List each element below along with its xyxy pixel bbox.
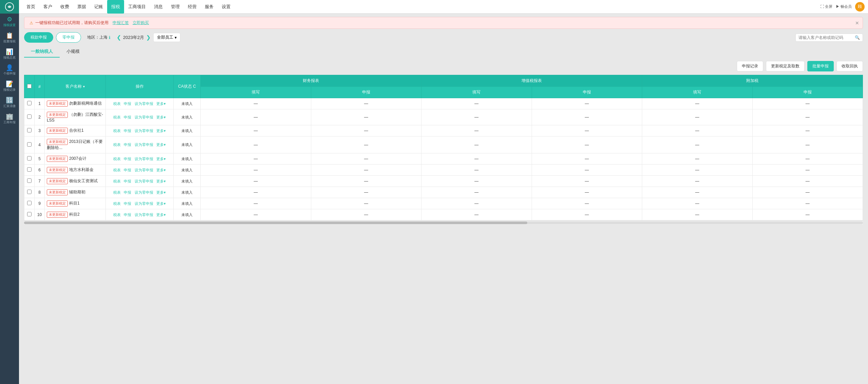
op-more-6[interactable]: 更多▾ xyxy=(156,179,166,183)
op-more-5[interactable]: 更多▾ xyxy=(156,168,166,172)
row-checkbox-6[interactable] xyxy=(24,176,35,187)
nav-service[interactable]: 服务 xyxy=(201,0,218,14)
nav-client[interactable]: 客户 xyxy=(39,0,56,14)
fullscreen-button[interactable]: ⛶ 全屏 xyxy=(820,4,832,9)
op-declare-6[interactable]: 申报 xyxy=(124,179,131,183)
date-prev-button[interactable]: ❮ xyxy=(117,34,121,41)
row-checkbox-4[interactable] xyxy=(24,153,35,165)
op-tax-table-6[interactable]: 税表 xyxy=(113,179,121,183)
row-select-3[interactable] xyxy=(27,142,32,147)
declare-records-button[interactable]: 申报记录 xyxy=(737,61,763,71)
op-more-7[interactable]: 更多▾ xyxy=(156,190,166,194)
nav-invoice[interactable]: 票据 xyxy=(73,0,90,14)
op-zero-declare-9[interactable]: 设为零申报 xyxy=(135,213,153,217)
op-zero-declare-8[interactable]: 设为零申报 xyxy=(135,201,153,206)
op-declare-3[interactable]: 申报 xyxy=(124,143,131,147)
tab-general-taxpayer[interactable]: 一般纳税人 xyxy=(24,46,60,58)
row-checkbox-9[interactable] xyxy=(24,209,35,220)
nav-operations[interactable]: 经营 xyxy=(184,0,201,14)
row-checkbox-3[interactable] xyxy=(24,136,35,153)
op-more-9[interactable]: 更多▾ xyxy=(156,213,166,217)
op-tax-table-8[interactable]: 税表 xyxy=(113,201,121,206)
op-zero-declare-6[interactable]: 设为零申报 xyxy=(135,179,153,183)
tab-zero-declare[interactable]: 零申报 xyxy=(56,32,81,43)
nav-tax[interactable]: 报税 xyxy=(107,0,124,14)
row-select-2[interactable] xyxy=(27,128,32,132)
op-declare-2[interactable]: 申报 xyxy=(124,129,131,133)
op-declare-7[interactable]: 申报 xyxy=(124,190,131,194)
op-tax-table-3[interactable]: 税表 xyxy=(113,143,121,147)
row-select-0[interactable] xyxy=(27,101,32,105)
nav-home[interactable]: 首页 xyxy=(22,0,39,14)
op-tax-table-9[interactable]: 税表 xyxy=(113,213,121,217)
row-checkbox-1[interactable] xyxy=(24,109,35,125)
op-more-4[interactable]: 更多▾ xyxy=(156,157,166,161)
op-zero-declare-1[interactable]: 设为零申报 xyxy=(135,115,153,119)
row-checkbox-0[interactable] xyxy=(24,98,35,109)
row-select-1[interactable] xyxy=(27,114,32,119)
op-more-8[interactable]: 更多▾ xyxy=(156,201,166,206)
row-checkbox-8[interactable] xyxy=(24,198,35,209)
row-select-9[interactable] xyxy=(27,212,32,216)
op-zero-declare-3[interactable]: 设为零申报 xyxy=(135,143,153,147)
op-more-3[interactable]: 更多▾ xyxy=(156,143,166,147)
nav-biz-project[interactable]: 工商项目 xyxy=(124,0,150,14)
date-next-button[interactable]: ❯ xyxy=(146,34,151,41)
sidebar-item-biz-annual[interactable]: 🏢 工商年报 xyxy=(0,111,19,127)
row-select-4[interactable] xyxy=(27,156,32,161)
search-input[interactable] xyxy=(798,35,853,40)
sidebar-item-tax-overview[interactable]: 📊 报税总览 xyxy=(0,46,19,62)
row-select-5[interactable] xyxy=(27,167,32,172)
row-select-6[interactable] xyxy=(27,178,32,183)
op-tax-table-0[interactable]: 税表 xyxy=(113,102,121,106)
row-checkbox-5[interactable] xyxy=(24,165,35,176)
batch-declare-button[interactable]: 批量申报 xyxy=(807,61,834,71)
row-select-8[interactable] xyxy=(27,201,32,205)
nav-messages[interactable]: 消息 xyxy=(150,0,167,14)
op-more-2[interactable]: 更多▾ xyxy=(156,129,166,133)
op-declare-8[interactable]: 申报 xyxy=(124,201,131,206)
tab-small-scale[interactable]: 小规模 xyxy=(60,46,86,58)
op-declare-0[interactable]: 申报 xyxy=(124,102,131,106)
nav-billing[interactable]: 收费 xyxy=(56,0,73,14)
op-more-1[interactable]: 更多▾ xyxy=(156,115,166,119)
sidebar-item-tax-records[interactable]: 📝 报税记录 xyxy=(0,78,19,94)
sidebar-item-tax-settings[interactable]: ⚙ 报税设置 xyxy=(0,14,19,30)
select-all-checkbox[interactable] xyxy=(27,84,32,88)
op-declare-5[interactable]: 申报 xyxy=(124,168,131,172)
nav-accounting[interactable]: 记账 xyxy=(90,0,107,14)
op-zero-declare-2[interactable]: 设为零申报 xyxy=(135,129,153,133)
op-zero-declare-7[interactable]: 设为零申报 xyxy=(135,190,153,194)
nav-settings[interactable]: 设置 xyxy=(218,0,235,14)
op-tax-table-4[interactable]: 税表 xyxy=(113,157,121,161)
region-info-icon[interactable]: ℹ xyxy=(109,35,111,40)
op-more-0[interactable]: 更多▾ xyxy=(156,102,166,106)
update-tax-data-button[interactable]: 更新税定及取数 xyxy=(766,61,805,71)
op-declare-4[interactable]: 申报 xyxy=(124,157,131,161)
op-declare-9[interactable]: 申报 xyxy=(124,213,131,217)
sidebar-item-batch-tax[interactable]: 📋 批量报税 xyxy=(0,30,19,46)
op-tax-table-7[interactable]: 税表 xyxy=(113,190,121,194)
op-declare-1[interactable]: 申报 xyxy=(124,115,131,119)
member-button[interactable]: ▶ 畅会员 xyxy=(836,4,852,9)
op-tax-table-5[interactable]: 税表 xyxy=(113,168,121,172)
nav-manage[interactable]: 管理 xyxy=(167,0,184,14)
op-zero-declare-0[interactable]: 设为零申报 xyxy=(135,102,153,106)
tab-tax-declare[interactable]: 税款申报 xyxy=(24,32,53,43)
row-checkbox-2[interactable] xyxy=(24,125,35,136)
sidebar-item-calc-clear[interactable]: 🔢 汇算清缴 xyxy=(0,94,19,111)
op-zero-declare-4[interactable]: 设为零申报 xyxy=(135,157,153,161)
op-tax-table-2[interactable]: 税表 xyxy=(113,129,121,133)
th-select-all[interactable] xyxy=(24,75,35,98)
row-checkbox-7[interactable] xyxy=(24,187,35,198)
horizontal-scrollbar[interactable] xyxy=(24,220,863,225)
sidebar-item-personal-tax[interactable]: 👤 个税申报 xyxy=(0,62,19,78)
notice-link-declare[interactable]: 申报汇签 xyxy=(113,20,129,25)
notice-close-button[interactable]: ✕ xyxy=(855,20,859,26)
collect-receipt-button[interactable]: 收取回执 xyxy=(836,61,863,71)
op-zero-declare-5[interactable]: 设为零申报 xyxy=(135,168,153,172)
op-tax-table-1[interactable]: 税表 xyxy=(113,115,121,119)
staff-selector[interactable]: 全部员工 ▾ xyxy=(153,33,180,42)
search-icon[interactable]: 🔍 xyxy=(855,35,860,40)
row-select-7[interactable] xyxy=(27,190,32,194)
